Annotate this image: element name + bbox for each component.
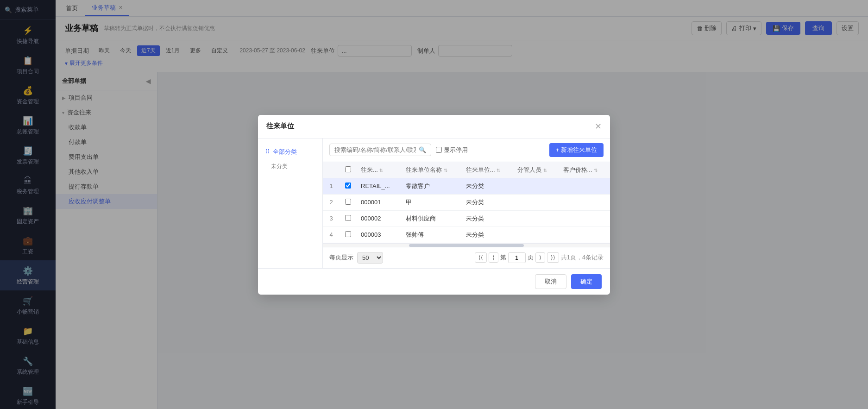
row-check[interactable] [340,178,356,194]
row-name: 零散客户 [401,178,461,194]
row-name: 张帅傅 [401,227,461,243]
modal-header: 往来单位 ✕ [258,115,610,138]
modal-category-sidebar: ⠿ 全部分类 未分类 [258,138,323,268]
row-name: 甲 [401,194,461,210]
modal-toolbar: 🔍 显示停用 + 新增往来单位 [323,138,610,162]
modal-search-area: 🔍 显示停用 [329,144,468,156]
col-category-header[interactable]: 往来单位... ⇅ [461,162,513,178]
row-check[interactable] [340,194,356,210]
page-next-button[interactable]: ⟩ [535,252,545,263]
row-checkbox[interactable] [345,182,351,189]
row-category: 未分类 [461,210,513,227]
confirm-button[interactable]: 确定 [571,274,602,289]
row-price [559,210,610,227]
per-page-label: 每页显示 [329,253,353,262]
add-partner-button[interactable]: + 新增往来单位 [549,143,604,157]
col-price-header[interactable]: 客户价格... ⇅ [559,162,610,178]
row-num: 4 [323,227,340,243]
col-check-header[interactable] [340,162,356,178]
row-manager [513,210,559,227]
grid-icon: ⠿ [265,148,270,155]
cancel-button[interactable]: 取消 [535,274,566,289]
page-total: 共1页，4条记录 [561,253,604,262]
row-code: 000001 [356,194,401,210]
row-check[interactable] [340,210,356,227]
modal-footer: 取消 确定 [258,268,610,295]
modal-search-input[interactable] [334,146,416,153]
cancel-label: 取消 [545,278,557,285]
row-code: 000002 [356,210,401,227]
partner-modal: 往来单位 ✕ ⠿ 全部分类 未分类 [258,115,610,295]
modal-cat-all[interactable]: ⠿ 全部分类 [258,144,322,160]
row-name: 材料供应商 [401,210,461,227]
row-manager [513,194,559,210]
modal-cat-sub-label: 未分类 [271,163,288,170]
modal-overlay[interactable]: 往来单位 ✕ ⠿ 全部分类 未分类 [0,0,868,409]
modal-cat-all-label: 全部分类 [273,148,297,156]
row-category: 未分类 [461,227,513,243]
add-partner-label: + 新增往来单位 [556,146,597,153]
modal-cat-unclassified[interactable]: 未分类 [258,160,322,173]
confirm-label: 确定 [580,278,592,285]
row-checkbox[interactable] [345,231,351,237]
row-category: 未分类 [461,194,513,210]
page-label: 页 [528,253,534,262]
row-manager [513,227,559,243]
row-code: 000003 [356,227,401,243]
row-price [559,178,610,194]
modal-body: ⠿ 全部分类 未分类 🔍 [258,138,610,268]
modal-table: 往来... ⇅ 往来单位名称 ⇅ 往来单位... ⇅ 分管人员 ⇅ 客户价格..… [323,162,610,243]
page-last-button[interactable]: ⟩⟩ [547,252,559,263]
horizontal-scrollbar[interactable] [323,243,610,247]
show-disabled-label: 显示停用 [444,146,468,154]
modal-pagination: 每页显示 50 100 ⟨⟨ ⟨ 第 页 ⟩ ⟩⟩ 共1页，4条记录 [323,247,610,268]
modal-main-content: 🔍 显示停用 + 新增往来单位 [323,138,610,268]
modal-search-box[interactable]: 🔍 [329,144,431,156]
col-code-header[interactable]: 往来... ⇅ [356,162,401,178]
row-check[interactable] [340,227,356,243]
row-num: 1 [323,178,340,194]
row-code: RETAIL_... [356,178,401,194]
col-num-header [323,162,340,178]
show-disabled-checkbox[interactable] [436,147,442,153]
modal-title: 往来单位 [266,122,294,131]
table-header-row: 往来... ⇅ 往来单位名称 ⇅ 往来单位... ⇅ 分管人员 ⇅ 客户价格..… [323,162,610,178]
page-prev-button[interactable]: ⟨ [489,252,498,263]
page-number-input[interactable] [508,252,526,263]
select-all-checkbox[interactable] [345,166,351,172]
row-price [559,227,610,243]
page-nav: ⟨⟨ ⟨ 第 页 ⟩ ⟩⟩ 共1页，4条记录 [475,252,604,263]
page-first-button[interactable]: ⟨⟨ [475,252,487,263]
modal-close-button[interactable]: ✕ [595,121,602,132]
row-category: 未分类 [461,178,513,194]
row-manager [513,178,559,194]
table-row[interactable]: 3 000002 材料供应商 未分类 [323,210,610,227]
hscroll-thumb [409,244,524,247]
table-row[interactable]: 1 RETAIL_... 零散客户 未分类 [323,178,610,194]
search-icon: 🔍 [419,146,426,153]
col-name-header[interactable]: 往来单位名称 ⇅ [401,162,461,178]
row-price [559,194,610,210]
table-row[interactable]: 4 000003 张帅傅 未分类 [323,227,610,243]
page-label-prefix: 第 [500,253,506,262]
row-checkbox[interactable] [345,199,351,205]
col-manager-header[interactable]: 分管人员 ⇅ [513,162,559,178]
show-disabled-area: 显示停用 [436,146,468,154]
row-checkbox[interactable] [345,215,351,221]
per-page-select[interactable]: 50 100 [357,252,383,264]
table-row[interactable]: 2 000001 甲 未分类 [323,194,610,210]
row-num: 3 [323,210,340,227]
row-num: 2 [323,194,340,210]
